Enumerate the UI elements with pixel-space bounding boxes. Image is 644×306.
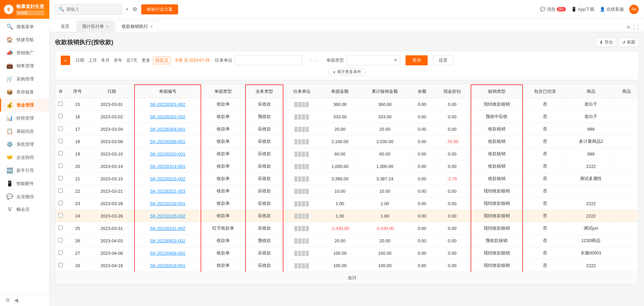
receipt-type-select[interactable] — [346, 55, 400, 65]
tab-home[interactable]: 首页 — [55, 20, 75, 32]
messages-action[interactable]: 💬 消息 99+ — [540, 6, 566, 12]
row-checkbox[interactable] — [58, 126, 63, 131]
row-checkbox[interactable] — [58, 164, 63, 168]
cell-checkbox[interactable] — [55, 173, 66, 185]
maximize-tab-icon[interactable]: ⛶ — [633, 24, 639, 30]
cell-checkbox[interactable] — [55, 98, 66, 111]
search-input[interactable] — [66, 7, 118, 12]
order-no-link[interactable]: SK-20230321-003 — [150, 189, 185, 194]
row-checkbox[interactable] — [58, 102, 63, 106]
sidebar-item-system[interactable]: ⚙️系统管理 — [0, 138, 49, 151]
table-settings-icon[interactable]: ⚙ — [59, 89, 63, 94]
order-no-link[interactable]: SK-20230331-002 — [150, 226, 185, 231]
cell-date: 2023-03-02 — [89, 111, 135, 123]
order-no-link[interactable]: SK-20230403-002 — [150, 238, 185, 243]
order-no-link[interactable]: SK-20230315-002 — [150, 176, 185, 181]
cell-cash-discount: 0.00 — [434, 247, 471, 259]
cell-include-settled: 否 — [523, 173, 567, 185]
cell-checkbox[interactable] — [55, 135, 66, 148]
cell-cancel-amount: 20.00 — [359, 235, 410, 247]
service-action[interactable]: 👤 在线客服 — [600, 6, 624, 12]
cell-checkbox[interactable] — [55, 259, 66, 272]
order-no-link[interactable]: SK-20230328-002 — [150, 213, 185, 219]
cell-checkbox[interactable] — [55, 185, 66, 197]
cell-counterparty: ████ — [283, 197, 320, 210]
close-tab-prepay[interactable]: ✕ — [106, 24, 109, 29]
dropdown-arrow-icon[interactable]: ▾ — [126, 7, 128, 12]
cell-checkbox[interactable] — [55, 197, 66, 210]
sidebar-item-guide[interactable]: 🆕新手引导 — [0, 164, 49, 177]
sidebar-item-company[interactable]: 🤝企业协同 — [0, 151, 49, 164]
filter-expand-button[interactable]: » — [61, 56, 70, 65]
order-no-link[interactable]: SK-20230310-001 — [150, 151, 185, 157]
export-button[interactable]: ⬆ 导出 — [596, 38, 616, 47]
sidebar-item-inventory[interactable]: 📦库存核算 — [0, 85, 49, 99]
sidebar-item-sales[interactable]: 💼销售管理 — [0, 59, 49, 72]
row-checkbox[interactable] — [58, 114, 63, 118]
cell-checkbox[interactable] — [55, 148, 66, 160]
gear-icon[interactable]: ⚙ — [132, 6, 137, 12]
order-no-link[interactable]: SK-20230418-001 — [150, 263, 185, 268]
settings-bottom-icon[interactable]: ⚙ — [5, 297, 10, 303]
sidebar-item-wechat[interactable]: 💬企业微信 — [0, 190, 49, 203]
row-checkbox[interactable] — [58, 263, 63, 267]
cell-checkbox[interactable] — [55, 111, 66, 123]
order-no-link[interactable]: SK-20230314-001 — [150, 164, 185, 169]
order-no-link[interactable]: SK-20230408-001 — [150, 251, 185, 256]
row-checkbox[interactable] — [58, 176, 63, 180]
sidebar-item-marketing[interactable]: 📣营销推广 — [0, 46, 49, 59]
query-button[interactable]: 查询 — [406, 55, 428, 65]
sidebar-item-search[interactable]: 🔍搜索菜单 — [0, 20, 49, 33]
row-checkbox[interactable] — [58, 139, 63, 143]
avatar[interactable]: Rit — [629, 5, 639, 14]
cell-checkbox[interactable] — [55, 247, 66, 259]
col-settings-header[interactable]: ⚙ — [55, 85, 66, 98]
last-month-btn[interactable]: 上月 — [87, 57, 98, 64]
cell-no: 19 — [66, 148, 89, 160]
row-checkbox[interactable] — [58, 226, 63, 230]
row-checkbox[interactable] — [58, 250, 63, 255]
refresh-button[interactable]: ↺ 刷新 — [619, 38, 639, 47]
cell-cancel-type: 现结收款核销 — [471, 222, 523, 235]
cell-checkbox[interactable] — [55, 160, 66, 173]
close-tab-icon[interactable]: ✕ — [626, 24, 631, 30]
cell-checkbox[interactable] — [55, 222, 66, 235]
close-tab-collection[interactable]: ✕ — [150, 24, 153, 29]
more-dates-btn[interactable]: 更多 — [140, 57, 152, 64]
sidebar-item-basic[interactable]: 📋基础信息 — [0, 125, 49, 138]
sidebar-item-quicknav[interactable]: 🏠快捷导航 — [0, 33, 49, 46]
cell-checkbox[interactable] — [55, 235, 66, 247]
this-month-btn[interactable]: 本月 — [100, 57, 111, 64]
order-no-link[interactable]: SK-20230302-002 — [150, 114, 185, 119]
sidebar-item-hardware[interactable]: 📱智能硬件 — [0, 177, 49, 190]
settings-filter-button[interactable]: 设置 — [433, 55, 453, 65]
tab-prepay[interactable]: 预计应付单✕ — [76, 20, 115, 32]
this-year-btn[interactable]: 本年 — [112, 57, 124, 64]
cell-checkbox[interactable] — [55, 210, 66, 222]
order-no-link[interactable]: SK-20230328-001 — [150, 201, 185, 206]
row-checkbox[interactable] — [58, 238, 63, 242]
sidebar-item-finance[interactable]: 💰资金管理 — [0, 99, 49, 112]
last7-btn[interactable]: 近7天 — [125, 57, 139, 64]
sidebar-nav: 🔍搜索菜单🏠快捷导航📣营销推广💼销售管理🛒采购管理📦库存核算💰资金管理📊经营管理… — [0, 19, 49, 294]
cell-checkbox[interactable] — [55, 123, 66, 135]
sidebar-item-operation[interactable]: 📊经营管理 — [0, 112, 49, 125]
order-no-link[interactable]: SK-20230301-002 — [150, 102, 185, 107]
collapse-icon[interactable]: ◀ — [14, 297, 18, 303]
app-download-action[interactable]: 📱 App下载 — [571, 6, 594, 12]
expand-more-button[interactable]: ∨ 展开更多条件 — [328, 68, 366, 76]
custom-date-btn[interactable]: 自定义 — [153, 56, 171, 64]
sidebar-item-member[interactable]: V畅会员 — [0, 203, 49, 216]
row-checkbox[interactable] — [58, 151, 63, 156]
row-checkbox[interactable] — [58, 188, 63, 193]
solution-button[interactable]: 体验行业方案 — [141, 4, 178, 14]
row-checkbox[interactable] — [58, 201, 63, 205]
row-checkbox[interactable] — [58, 213, 63, 218]
cell-order-no: SK-20230302-002 — [135, 111, 201, 123]
topbar-search-box[interactable]: 🔍 — [55, 4, 122, 15]
order-no-link[interactable]: SK-20230308-001 — [150, 139, 185, 144]
sidebar-item-purchase[interactable]: 🛒采购管理 — [0, 72, 49, 85]
tab-collection[interactable]: 收款核销执行✕ — [116, 20, 159, 32]
counterparty-input[interactable] — [235, 55, 302, 65]
order-no-link[interactable]: SK-20230304-001 — [150, 127, 185, 132]
